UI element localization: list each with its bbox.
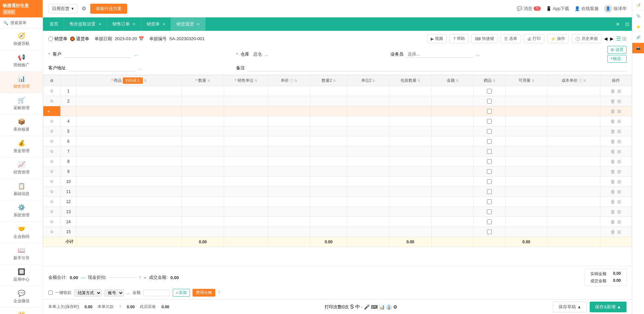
copy-icon-11[interactable]: ⊞ (617, 189, 621, 194)
row-unit2-13[interactable] (347, 207, 389, 217)
row-gear-4[interactable]: ⚙ (43, 116, 61, 126)
row-price-1[interactable] (268, 86, 310, 96)
row-unit-6[interactable] (224, 136, 268, 146)
gift-checkbox-1[interactable] (487, 89, 492, 93)
tool-icon-4[interactable]: ⌨ (371, 304, 378, 310)
right-icon-attachment[interactable]: 📎 (632, 11, 644, 21)
row-cost-5[interactable] (547, 126, 600, 136)
row-price-4[interactable] (268, 116, 310, 126)
row-qty-3[interactable] (182, 106, 224, 116)
row-qty2-13[interactable] (310, 207, 347, 217)
video-btn[interactable]: ▶ 视频 (427, 34, 447, 43)
cost-info-icon[interactable]: ⓘ (579, 78, 582, 83)
tool-icon-1[interactable]: 中 (355, 304, 360, 310)
row-product-4[interactable] (76, 116, 182, 126)
delete-icon-7[interactable]: 🗑 (610, 149, 615, 154)
row-unit2-11[interactable] (347, 187, 389, 197)
shortcut-btn[interactable]: ⌨ 快捷键 (471, 34, 498, 43)
row-pack-8[interactable] (389, 156, 431, 167)
row-unit-10[interactable] (224, 177, 268, 187)
sidebar-item-operations[interactable]: 📈 经营管理 (0, 158, 43, 179)
row-unit2-4[interactable] (347, 116, 389, 126)
list-view-icon[interactable]: ☰ (616, 36, 621, 42)
row-gear-5[interactable]: ⚙ (43, 126, 61, 136)
row-product-1[interactable] (76, 86, 182, 96)
gift-checkbox-12[interactable] (487, 199, 492, 204)
row-pack-3[interactable] (389, 106, 431, 116)
row-product-8[interactable] (76, 156, 182, 167)
row-price-9[interactable] (268, 167, 310, 177)
sales-radio[interactable]: 销货单 (48, 36, 67, 42)
select-btn[interactable]: ☰ 选单 (500, 34, 521, 43)
customer-input[interactable] (64, 51, 131, 58)
row-price-6[interactable] (268, 136, 310, 146)
row-price-10[interactable] (268, 177, 310, 187)
sidebar-item-enterprise[interactable]: 🤝 企业协同 (0, 222, 43, 243)
row-unit-12[interactable] (224, 197, 268, 207)
row-qty-6[interactable] (182, 136, 224, 146)
sidebar-item-marketing[interactable]: 📢 营销推广 (0, 50, 43, 72)
tab-close-price-setting[interactable]: ✕ (98, 22, 101, 26)
row-unit2-14[interactable] (347, 217, 389, 227)
row-avail-5[interactable] (505, 126, 547, 136)
message-btn[interactable]: 💬 消息 70 (517, 6, 541, 12)
row-unit-7[interactable] (224, 146, 268, 156)
row-amount-2[interactable] (431, 96, 474, 106)
copy-icon-12[interactable]: ⊞ (617, 199, 621, 204)
copy-icon-7[interactable]: ⊞ (617, 149, 621, 154)
row-price-2[interactable] (268, 96, 310, 106)
row-avail-12[interactable] (505, 197, 547, 207)
return-radio-input[interactable] (70, 37, 75, 41)
delete-icon-13[interactable]: 🗑 (610, 209, 615, 214)
row-unit2-9[interactable] (347, 167, 389, 177)
delete-icon-3[interactable]: 🗑 (610, 109, 615, 114)
row-unit2-7[interactable] (347, 146, 389, 156)
row-qty2-4[interactable] (310, 116, 347, 126)
row-qty2-11[interactable] (310, 187, 347, 197)
sidebar-item-base-info[interactable]: 📋 基础信息 (0, 179, 43, 200)
copy-icon-13[interactable]: ⊞ (617, 209, 621, 214)
right-icon-star[interactable]: ⭐ (632, 21, 644, 32)
row-product-9[interactable] (76, 167, 182, 177)
row-cost-4[interactable] (547, 116, 600, 126)
row-cost-7[interactable] (547, 146, 600, 156)
row-gear-12[interactable]: ⚙ (43, 197, 61, 207)
row-amount-11[interactable] (431, 187, 474, 197)
gift-checkbox-15[interactable] (487, 230, 492, 234)
row-amount-5[interactable] (431, 126, 474, 136)
cost-sort-icon[interactable]: ⇅ (583, 79, 586, 82)
row-avail-14[interactable] (505, 217, 547, 227)
row-pack-6[interactable] (389, 136, 431, 146)
gift-checkbox-11[interactable] (487, 189, 492, 194)
row-gift-6[interactable] (474, 136, 505, 146)
row-avail-3[interactable] (505, 106, 547, 116)
row-price-8[interactable] (268, 156, 310, 167)
delete-icon-10[interactable]: 🗑 (610, 179, 615, 184)
pack-sort-icon[interactable]: ⇅ (418, 79, 420, 82)
row-amount-15[interactable] (431, 227, 474, 237)
row-unit2-2[interactable] (347, 96, 389, 106)
sidebar-item-inventory[interactable]: 📦 库存核算 (0, 115, 43, 136)
row-qty-1[interactable] (182, 86, 224, 96)
row-product-6[interactable] (76, 136, 182, 146)
operate-btn[interactable]: ⚡ 操作 (547, 34, 569, 43)
nav-prev-btn[interactable]: ◀ (604, 36, 607, 41)
row-qty-14[interactable] (182, 217, 224, 227)
tab-close-sales-order[interactable]: ✕ (132, 22, 136, 26)
row-pack-5[interactable] (389, 126, 431, 136)
tab-sales-order[interactable]: 销售订单 ✕ (107, 17, 141, 31)
gift-sort-icon[interactable]: ⇅ (493, 79, 495, 82)
row-gift-13[interactable] (474, 207, 505, 217)
settings-icon[interactable]: ⚙ (82, 5, 86, 12)
row-gift-7[interactable] (474, 146, 505, 156)
row-pack-4[interactable] (389, 116, 431, 126)
row-avail-6[interactable] (505, 136, 547, 146)
row-qty-5[interactable] (182, 126, 224, 136)
row-qty2-7[interactable] (310, 146, 347, 156)
right-icon-link[interactable]: 🔗 (632, 32, 644, 43)
save-draft-btn[interactable]: 保存草稿 ▲ (553, 302, 587, 312)
add-row-btn[interactable]: + (45, 108, 52, 115)
right-icon-note[interactable]: 📝 (632, 0, 644, 11)
calc-method-select[interactable]: 结算方式 (74, 289, 102, 297)
help-icon-debt[interactable]: ? (119, 305, 121, 309)
